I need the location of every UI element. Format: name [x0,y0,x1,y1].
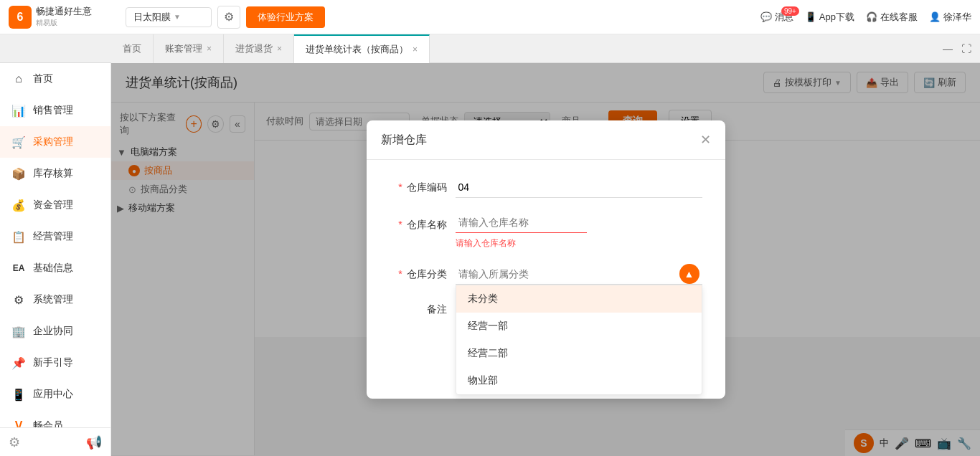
settings-bottom-icon[interactable]: ⚙ [9,434,20,450]
required-mark: * [398,181,402,193]
name-field-row: * 仓库名称 请输入仓库名称 [390,212,702,250]
category-toggle-button[interactable]: ▲ [679,264,699,284]
modal-body: * 仓库编码 * 仓库名称 [367,160,725,351]
message-icon: 💬 [760,11,772,22]
category-dropdown: 未分类 经营一部 经营二部 物业部 [456,285,702,395]
modal-header: 新增仓库 ✕ [367,120,725,160]
speaker-icon[interactable]: 📢 [86,434,102,450]
top-right-actions: 💬 消息 99+ 📱 App下载 🎧 在线客服 👤 徐泽华 [760,11,971,24]
apps-icon: 📱 [11,387,26,402]
main-layout: ⌂ 首页 📊 销售管理 🛒 采购管理 📦 库存核算 💰 资金管理 📋 经营管理 … [0,63,980,456]
sidebar-apps-label: 应用中心 [33,388,73,401]
sidebar-item-home[interactable]: ⌂ 首页 [0,63,110,95]
notifications-button[interactable]: 💬 消息 99+ [760,11,793,24]
settings-gear-button[interactable]: ⚙ [217,6,240,29]
guide-icon: 📌 [11,356,26,370]
app-icon: 📱 [805,11,816,22]
top-bar: 6 畅捷通好生意 精易版 日太阳膜 ▼ ⚙ 体验行业方案 💬 消息 99+ 📱 … [0,0,980,34]
dropdown-item-dept1[interactable]: 经营一部 [456,313,702,340]
sidebar: ⌂ 首页 📊 销售管理 🛒 采购管理 📦 库存核算 💰 资金管理 📋 经营管理 … [0,63,111,456]
category-input-wrap: ▲ [456,264,702,285]
inventory-icon: 📦 [11,166,26,181]
sidebar-item-business[interactable]: 📋 经营管理 [0,221,110,252]
logo-icon: 6 [9,6,32,29]
note-label: 备注 [390,299,447,316]
tab-purchase-stats[interactable]: 进货单统计表（按商品） × [294,34,430,63]
tab-purchase-return-label: 进货退货 [235,42,273,55]
modal-title: 新增仓库 [381,133,427,148]
name-label: * 仓库名称 [390,214,447,232]
tab-minimize-button[interactable]: — [940,42,956,56]
category-label: * 仓库分类 [390,264,447,281]
sidebar-finance-label: 资金管理 [33,199,73,212]
sidebar-item-guide[interactable]: 📌 新手引导 [0,347,110,379]
avatar-icon: 👤 [929,11,941,22]
sidebar-item-basic[interactable]: EA 基础信息 [0,252,110,284]
store-name: 日太阳膜 [133,11,171,24]
sidebar-purchase-label: 采购管理 [33,136,73,148]
tab-purchase-return[interactable]: 进货退货 × [224,34,294,63]
basic-info-icon: EA [11,261,26,275]
sidebar-guide-label: 新手引导 [33,356,73,369]
tab-home[interactable]: 首页 [111,34,154,63]
app-download-button[interactable]: 📱 App下载 [805,11,854,24]
tab-home-label: 首页 [123,42,141,55]
sidebar-item-inventory[interactable]: 📦 库存核算 [0,158,110,189]
tab-purchase-stats-label: 进货单统计表（按商品） [306,43,408,56]
tab-account-close-icon[interactable]: × [207,44,212,54]
notifications-badge: 99+ [781,6,799,16]
sidebar-basic-label: 基础信息 [33,262,73,275]
category-field-row: * 仓库分类 ▲ 未分类 [390,264,702,285]
logo-area: 6 畅捷通好生意 精易版 [9,6,120,29]
sidebar-item-sales[interactable]: 📊 销售管理 [0,95,110,126]
trial-button[interactable]: 体验行业方案 [246,6,325,28]
logo-sub: 精易版 [36,18,92,28]
sidebar-item-enterprise[interactable]: 🏢 企业协同 [0,315,110,347]
category-input[interactable] [456,264,702,284]
user-profile-button[interactable]: 👤 徐泽华 [929,11,971,24]
code-label: * 仓库编码 [390,177,447,194]
service-button[interactable]: 🎧 在线客服 [866,11,918,24]
tab-account[interactable]: 账套管理 × [154,34,224,63]
sidebar-sales-label: 销售管理 [33,104,73,117]
service-label: 在线客服 [880,11,918,24]
home-icon: ⌂ [11,72,26,86]
name-input[interactable] [456,212,587,233]
sales-icon: 📊 [11,103,26,118]
sidebar-item-purchase[interactable]: 🛒 采购管理 [0,126,110,158]
store-arrow-icon: ▼ [174,13,181,21]
add-warehouse-modal: 新增仓库 ✕ * 仓库编码 [367,120,725,399]
enterprise-icon: 🏢 [11,324,26,338]
system-icon: ⚙ [11,293,26,307]
dropdown-item-dept2[interactable]: 经营二部 [456,340,702,367]
purchase-icon: 🛒 [11,135,26,149]
headset-icon: 🎧 [866,11,877,22]
sidebar-bottom-bar: ⚙ 📢 [0,427,111,456]
finance-icon: 💰 [11,198,26,212]
content-area: 进货单统计(按商品) 🖨 按模板打印 ▼ 📤 导出 🔄 刷新 [111,63,980,456]
modal-overlay: 新增仓库 ✕ * 仓库编码 [111,63,980,456]
sidebar-inventory-label: 库存核算 [33,167,73,180]
code-input[interactable] [456,177,702,198]
business-icon: 📋 [11,229,26,244]
sidebar-enterprise-label: 企业协同 [33,325,73,338]
sidebar-item-system[interactable]: ⚙ 系统管理 [0,284,110,315]
dropdown-item-unclassified[interactable]: 未分类 [456,285,702,313]
modal-close-button[interactable]: ✕ [700,132,711,148]
tab-bar: 首页 账套管理 × 进货退货 × 进货单统计表（按商品） × — ⛶ [0,34,980,63]
tab-expand-button[interactable]: ⛶ [958,42,974,56]
dropdown-item-property[interactable]: 物业部 [456,367,702,394]
name-error-hint: 请输入仓库名称 [456,237,516,250]
tab-controls: — ⛶ [940,42,980,56]
sidebar-item-finance[interactable]: 💰 资金管理 [0,189,110,221]
code-field-row: * 仓库编码 [390,177,702,198]
app-label: App下载 [819,11,854,24]
sidebar-item-apps[interactable]: 📱 应用中心 [0,379,110,410]
store-selector[interactable]: 日太阳膜 ▼ [126,7,212,27]
tab-purchase-stats-close-icon[interactable]: × [413,44,418,54]
tab-purchase-return-close-icon[interactable]: × [277,44,282,54]
username: 徐泽华 [943,11,971,24]
logo-text: 畅捷通好生意 [36,6,92,18]
sidebar-business-label: 经营管理 [33,230,73,243]
sidebar-home-label: 首页 [33,72,53,85]
